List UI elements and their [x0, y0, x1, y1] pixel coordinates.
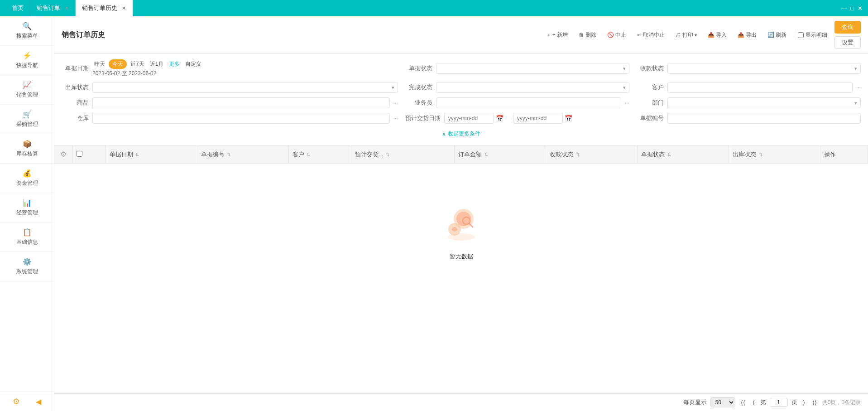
restore-icon[interactable]: □ — [850, 5, 854, 12]
date-btn-yesterday[interactable]: 昨天 — [92, 59, 107, 69]
filter-expected-delivery: 预计交货日期 📅 — 📅 — [405, 113, 629, 124]
col-order-status[interactable]: 单据状态 ⇅ — [638, 145, 729, 164]
sidebar-item-base-info[interactable]: 📋 基础信息 — [0, 222, 54, 252]
col-checkbox — [72, 145, 106, 164]
col-amount[interactable]: 订单金额 ⇅ — [455, 145, 546, 164]
sidebar-item-inventory-label: 库存核算 — [16, 150, 38, 158]
order-status-select[interactable] — [436, 63, 629, 74]
customer-ellipsis[interactable]: ··· — [856, 84, 861, 91]
sidebar-item-purchase-mgmt[interactable]: 🛒 采购管理 — [0, 105, 54, 134]
first-page-button[interactable]: ⟨⟨ — [739, 398, 747, 407]
date-filter-wrap: 昨天 今天 近7天 近1月 更多 自定义 2023-06-02 至 2023-0… — [92, 59, 203, 77]
date-btn-today[interactable]: 今天 — [109, 59, 127, 69]
sidebar-item-sales-mgmt[interactable]: 📈 销售管理 — [0, 75, 54, 105]
date-btn-custom[interactable]: 自定义 — [183, 59, 203, 69]
topbar-close-icon[interactable]: ✕ — [858, 5, 863, 12]
date-btn-more[interactable]: 更多 — [167, 59, 182, 69]
delivery-date-from-icon[interactable]: 📅 — [496, 115, 504, 122]
tab-sales-order-close[interactable]: ✕ — [65, 5, 69, 11]
warehouse-input[interactable] — [92, 113, 390, 124]
delivery-date-from[interactable] — [444, 113, 494, 124]
department-select-wrap — [667, 97, 861, 108]
filter-warehouse: 仓库 ··· — [62, 113, 398, 124]
delivery-status-select[interactable] — [92, 82, 398, 93]
col-order-status-label: 单据状态 — [641, 151, 665, 158]
cancel-stop-button[interactable]: ↩ 取消中止 — [633, 29, 668, 41]
completion-status-select[interactable] — [436, 82, 629, 93]
prev-page-button[interactable]: ⟨ — [751, 398, 757, 407]
date-btn-last1month[interactable]: 近1月 — [148, 59, 166, 69]
sidebar-item-sys-mgmt[interactable]: ⚙️ 系统管理 — [0, 252, 54, 281]
col-delivery-status-sort: ⇅ — [759, 152, 762, 157]
sidebar-item-operations[interactable]: 📊 经营管理 — [0, 193, 54, 222]
tab-sales-order-label: 销售订单 — [37, 4, 60, 12]
tab-home[interactable]: 首页 — [5, 0, 30, 16]
col-delivery-status[interactable]: 出库状态 ⇅ — [729, 145, 820, 164]
product-label: 商品 — [62, 99, 89, 107]
sidebar-settings-icon[interactable]: ⚙ — [13, 396, 20, 406]
date-btn-last7[interactable]: 近7天 — [129, 59, 146, 69]
print-button[interactable]: 🖨 打印 ▾ — [672, 29, 700, 41]
cancel-stop-label: 取消中止 — [643, 31, 665, 39]
order-number-input[interactable] — [667, 113, 861, 124]
page-size-select[interactable]: 50 10 20 100 — [710, 397, 735, 407]
delete-button[interactable]: 🗑 删除 — [575, 29, 600, 41]
col-order-no[interactable]: 单据编号 ⇅ — [197, 145, 288, 164]
refresh-button[interactable]: 🔄 刷新 — [764, 29, 790, 41]
settings-button[interactable]: 设置 — [834, 36, 861, 49]
table-settings-icon[interactable]: ⚙ — [60, 150, 67, 158]
sys-mgmt-icon: ⚙️ — [23, 257, 32, 266]
select-all-checkbox[interactable] — [77, 151, 82, 157]
stop-button[interactable]: 🚫 中止 — [604, 29, 630, 41]
salesperson-ellipsis[interactable]: ··· — [625, 100, 629, 106]
tab-sales-order-history-close[interactable]: ✕ — [122, 5, 126, 11]
tab-sales-order-history[interactable]: 销售订单历史 ✕ — [76, 0, 133, 16]
display-detail-toggle[interactable]: 显示明细 — [798, 31, 827, 39]
completion-status-label: 完成状态 — [405, 83, 432, 92]
col-expected-delivery[interactable]: 预计交货... ⇅ — [351, 145, 454, 164]
payment-status-select[interactable] — [667, 63, 861, 74]
collapse-row[interactable]: ∧ 收起更多条件 — [62, 128, 861, 140]
refresh-label: 刷新 — [776, 31, 786, 39]
delivery-date-to[interactable] — [513, 113, 563, 124]
product-input[interactable] — [92, 97, 390, 108]
delivery-date-to-icon[interactable]: 📅 — [565, 115, 572, 122]
col-operation: 操作 — [820, 145, 868, 164]
col-customer[interactable]: 客户 ⇅ — [288, 145, 351, 164]
query-button[interactable]: 查询 — [834, 21, 861, 34]
next-page-button[interactable]: ⟩ — [801, 398, 807, 407]
last-page-button[interactable]: ⟩⟩ — [810, 398, 819, 407]
product-ellipsis[interactable]: ··· — [393, 100, 398, 106]
collapse-label: 收起更多条件 — [448, 130, 480, 138]
display-detail-checkbox[interactable] — [798, 32, 804, 38]
col-payment-status[interactable]: 收款状态 ⇅ — [546, 145, 638, 164]
salesperson-input[interactable] — [436, 97, 621, 108]
col-amount-sort: ⇅ — [484, 152, 488, 157]
warehouse-ellipsis[interactable]: ··· — [393, 115, 398, 121]
sidebar-item-search-menu[interactable]: 🔍 搜索菜单 — [0, 16, 54, 46]
order-number-label: 单据编号 — [637, 114, 664, 122]
payment-status-label: 收款状态 — [637, 64, 664, 73]
topbar: 首页 销售订单 ✕ 销售订单历史 ✕ — □ ✕ — [0, 0, 868, 16]
department-select[interactable] — [667, 97, 861, 108]
inventory-icon: 📦 — [23, 140, 32, 148]
export-button[interactable]: 📤 导出 — [734, 29, 760, 41]
pagination-bar: 每页显示 50 10 20 100 ⟨⟨ ⟨ 第 页 ⟩ ⟩⟩ 共0页，0条记录 — [54, 393, 868, 411]
sidebar-item-quick-nav[interactable]: ⚡ 快捷导航 — [0, 46, 54, 75]
customer-input[interactable] — [667, 82, 853, 93]
sidebar-item-inventory[interactable]: 📦 库存核算 — [0, 134, 54, 164]
col-date[interactable]: 单据日期 ⇅ — [106, 145, 197, 164]
filter-order-status: 单据状态 — [405, 63, 629, 74]
sidebar-toggle-icon[interactable]: ◀ — [36, 397, 41, 406]
tab-sales-order[interactable]: 销售订单 ✕ — [30, 0, 76, 16]
sidebar-item-finance[interactable]: 💰 资金管理 — [0, 164, 54, 193]
customer-label: 客户 — [637, 83, 664, 92]
import-button[interactable]: 📥 导入 — [704, 29, 730, 41]
filter-row-2: 出库状态 完成状态 客户 — [62, 82, 861, 93]
new-button[interactable]: ＋ + 新增 — [542, 29, 571, 41]
minimize-icon[interactable]: — — [841, 5, 847, 12]
table-header-row: ⚙ 单据日期 ⇅ 单据编号 ⇅ — [54, 145, 868, 164]
sidebar-item-search-menu-label: 搜索菜单 — [16, 32, 38, 40]
current-page-input[interactable] — [770, 398, 788, 407]
page-label-before: 第 — [760, 398, 766, 406]
